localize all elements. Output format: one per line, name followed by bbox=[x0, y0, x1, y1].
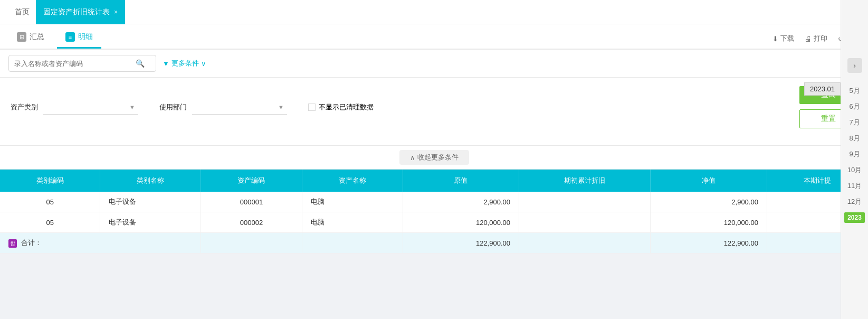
search-bar: 🔍 ▼ 更多条件 ∨ bbox=[0, 50, 868, 78]
home-link[interactable]: 首页 bbox=[8, 7, 36, 17]
download-icon: ⬇ bbox=[772, 35, 778, 43]
col-accumulated-depreciation: 期初累计折旧 bbox=[519, 170, 651, 192]
date-display: 2023.01 bbox=[804, 82, 841, 96]
checkbox-icon bbox=[308, 104, 316, 111]
department-select[interactable]: ▼ bbox=[192, 100, 287, 115]
department-label: 使用部门 bbox=[159, 102, 187, 112]
total-label: 합 合计： bbox=[0, 233, 201, 254]
hide-cleared-checkbox[interactable]: 不显示已清理数据 bbox=[308, 102, 374, 112]
total-icon: 합 bbox=[8, 239, 17, 248]
month-8[interactable]: 8月 bbox=[841, 131, 868, 146]
row1-original-value: 2,900.00 bbox=[403, 192, 519, 212]
col-category-code: 类别编码 bbox=[0, 170, 100, 192]
row1-net-value: 2,900.00 bbox=[651, 192, 767, 212]
table-row: 05 电子设备 000001 电脑 2,900.00 2,900.00 bbox=[0, 192, 868, 212]
row1-asset-name: 电脑 bbox=[302, 192, 403, 212]
department-arrow-icon: ▼ bbox=[278, 104, 284, 110]
print-icon: 🖨 bbox=[805, 35, 812, 43]
tab-label: 固定资产折旧统计表 bbox=[43, 7, 110, 17]
summary-tab-label: 汇总 bbox=[30, 32, 44, 42]
collapse-bar: ∧ 收起更多条件 bbox=[0, 146, 868, 170]
detail-tab-icon: ≡ bbox=[65, 32, 75, 42]
month-10[interactable]: 10月 bbox=[841, 163, 868, 177]
row1-category-code: 05 bbox=[0, 192, 100, 212]
asset-category-filter: 资产类别 ▼ bbox=[11, 100, 138, 115]
total-net-value: 122,900.00 bbox=[651, 233, 767, 254]
row2-asset-code: 000002 bbox=[201, 212, 302, 233]
month-9[interactable]: 9月 bbox=[841, 147, 868, 162]
summary-tab-icon: ⊞ bbox=[17, 32, 26, 42]
total-row: 합 合计： 122,900.00 122,900.00 bbox=[0, 233, 868, 254]
data-table-wrap: 类别编码 类别名称 资产编码 资产名称 原值 期初累计折旧 净值 本期计提 05… bbox=[0, 170, 868, 254]
collapse-up-icon: ∧ bbox=[410, 154, 415, 162]
row2-asset-name: 电脑 bbox=[302, 212, 403, 233]
month-11[interactable]: 11月 bbox=[841, 179, 868, 193]
right-panel-arrow-btn[interactable]: › bbox=[847, 58, 862, 73]
filter-panel: 资产类别 ▼ 使用部门 ▼ 不显示已清理数据 查询 重置 bbox=[0, 78, 868, 146]
col-category-name: 类别名称 bbox=[100, 170, 201, 192]
tab-close-icon[interactable]: × bbox=[114, 8, 118, 16]
filter-icon: ▼ bbox=[163, 60, 169, 68]
month-6[interactable]: 6月 bbox=[841, 99, 868, 114]
data-table: 类别编码 类别名称 资产编码 资产名称 原值 期初累计折旧 净值 本期计提 05… bbox=[0, 170, 868, 254]
detail-tab-label: 明细 bbox=[78, 32, 93, 42]
department-filter: 使用部门 ▼ bbox=[159, 100, 287, 115]
year-badge[interactable]: 2023 bbox=[844, 212, 865, 223]
col-asset-code: 资产编码 bbox=[201, 170, 302, 192]
download-button[interactable]: ⬇ 下载 bbox=[772, 34, 794, 43]
active-tab[interactable]: 固定资产折旧统计表 × bbox=[36, 0, 125, 24]
month-list: 5月 6月 7月 8月 9月 10月 11月 12月 2023 bbox=[841, 83, 868, 223]
month-12[interactable]: 12月 bbox=[841, 194, 868, 209]
sub-tabs-bar: ⊞ 汇总 ≡ 明细 ⬇ 下载 🖨 打印 ↺ 刷新 bbox=[0, 24, 868, 50]
tab-summary[interactable]: ⊞ 汇总 bbox=[8, 32, 53, 49]
filter-row: 资产类别 ▼ 使用部门 ▼ 不显示已清理数据 查询 重置 bbox=[11, 86, 857, 128]
month-7[interactable]: 7月 bbox=[841, 115, 868, 130]
table-header-row: 类别编码 类别名称 资产编码 资产名称 原值 期初累计折旧 净值 本期计提 bbox=[0, 170, 868, 192]
col-original-value: 原值 bbox=[403, 170, 519, 192]
row2-original-value: 120,000.00 bbox=[403, 212, 519, 233]
row2-net-value: 120,000.00 bbox=[651, 212, 767, 233]
table-row: 05 电子设备 000002 电脑 120,000.00 120,000.00 bbox=[0, 212, 868, 233]
print-button[interactable]: 🖨 打印 bbox=[805, 34, 827, 43]
month-5[interactable]: 5月 bbox=[841, 83, 868, 98]
row1-category-name: 电子设备 bbox=[100, 192, 201, 212]
row1-accumulated-depreciation bbox=[519, 192, 651, 212]
col-net-value: 净值 bbox=[651, 170, 767, 192]
total-empty-2 bbox=[302, 233, 403, 254]
asset-category-label: 资产类别 bbox=[11, 102, 38, 112]
row2-accumulated-depreciation bbox=[519, 212, 651, 233]
collapse-button[interactable]: ∧ 收起更多条件 bbox=[399, 150, 469, 165]
asset-category-select[interactable]: ▼ bbox=[43, 100, 138, 115]
chevron-down-icon: ∨ bbox=[201, 60, 206, 68]
total-empty-1 bbox=[201, 233, 302, 254]
search-input[interactable] bbox=[14, 60, 136, 68]
total-original-value: 122,900.00 bbox=[403, 233, 519, 254]
more-conditions-btn[interactable]: ▼ 更多条件 ∨ bbox=[163, 59, 206, 68]
row2-category-name: 电子设备 bbox=[100, 212, 201, 233]
search-icon[interactable]: 🔍 bbox=[136, 59, 145, 68]
search-input-wrap[interactable]: 🔍 bbox=[8, 55, 156, 72]
top-nav: 首页 固定资产折旧统计表 × ✕ bbox=[0, 0, 868, 24]
row1-asset-code: 000001 bbox=[201, 192, 302, 212]
col-asset-name: 资产名称 bbox=[302, 170, 403, 192]
total-accumulated-depreciation bbox=[519, 233, 651, 254]
asset-category-arrow-icon: ▼ bbox=[129, 104, 135, 110]
row2-category-code: 05 bbox=[0, 212, 100, 233]
right-panel: › 5月 6月 7月 8月 9月 10月 11月 12月 2023 bbox=[841, 0, 868, 319]
hide-cleared-label: 不显示已清理数据 bbox=[319, 102, 374, 112]
tab-detail[interactable]: ≡ 明细 bbox=[57, 32, 101, 49]
